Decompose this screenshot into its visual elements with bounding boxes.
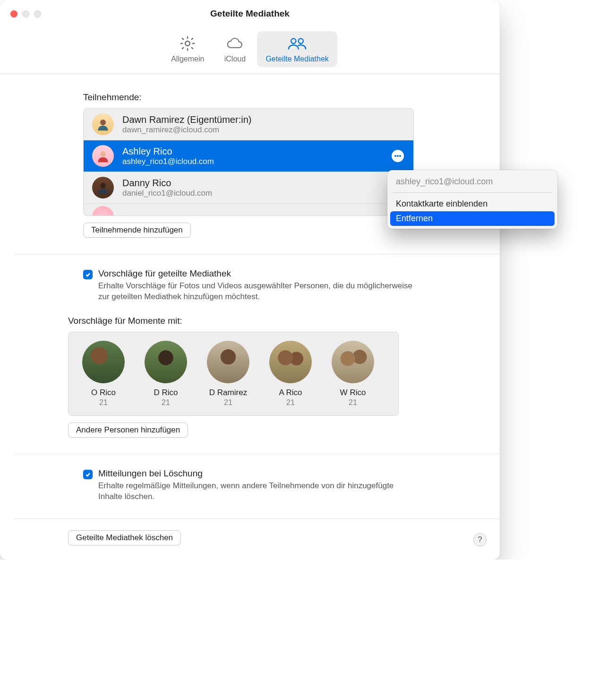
divider: [14, 518, 500, 519]
titlebar: Geteilte Mediathek: [0, 0, 500, 27]
checkmark-icon: [85, 272, 91, 277]
menu-header: ashley_rico1@icloud.com: [387, 174, 557, 190]
participant-row-owner[interactable]: Dawn Ramirez (Eigentümer:in) dawn_ramire…: [84, 109, 413, 140]
deletion-notify-row: Mitteilungen bei Löschung Erhalte regelm…: [83, 468, 486, 502]
tab-label: Geteilte Mediathek: [265, 55, 328, 63]
participants-label: Teilnehmende:: [83, 92, 486, 103]
help-button[interactable]: ?: [473, 533, 487, 546]
moments-person[interactable]: D Rico 21: [140, 341, 191, 407]
participant-row-partial[interactable]: [84, 203, 413, 216]
deletion-title: Mitteilungen bei Löschung: [98, 468, 419, 479]
menu-item-show-contact[interactable]: Kontaktkarte einblenden: [387, 197, 557, 211]
add-participants-button[interactable]: Teilnehmende hinzufügen: [83, 223, 191, 238]
minimize-window-button[interactable]: [22, 10, 29, 17]
avatar: [92, 177, 114, 198]
add-other-people-button[interactable]: Andere Personen hinzufügen: [68, 423, 188, 438]
menu-item-remove[interactable]: Entfernen: [390, 211, 555, 226]
maximize-window-button[interactable]: [34, 10, 41, 17]
avatar: [332, 341, 374, 383]
cloud-icon: [225, 35, 244, 52]
svg-point-1: [291, 39, 296, 43]
gear-icon: [179, 35, 196, 52]
content-area: Teilnehmende: Dawn Ramirez (Eigentümer:i…: [0, 74, 500, 560]
tab-icloud[interactable]: iCloud: [214, 31, 256, 67]
window-controls: [10, 10, 41, 17]
svg-point-3: [100, 120, 106, 125]
person-count: 21: [162, 398, 170, 407]
person-count: 21: [349, 398, 357, 407]
tab-label: iCloud: [224, 55, 246, 63]
delete-shared-library-button[interactable]: Geteilte Mediathek löschen: [68, 530, 181, 545]
divider: [14, 454, 500, 454]
deletion-text: Mitteilungen bei Löschung Erhalte regelm…: [98, 468, 419, 502]
person-count: 21: [99, 398, 108, 407]
avatar: [92, 206, 114, 216]
window-title: Geteilte Mediathek: [0, 0, 500, 19]
avatar: [82, 341, 125, 383]
person-count: 21: [286, 398, 295, 407]
moments-person[interactable]: W Rico 21: [327, 341, 378, 407]
avatar: [145, 341, 187, 383]
moments-person[interactable]: A Rico 21: [265, 341, 316, 407]
divider: [14, 254, 500, 254]
svg-point-5: [394, 155, 396, 157]
deletion-description: Erhalte regelmäßige Mitteilungen, wenn a…: [98, 481, 419, 502]
svg-point-7: [399, 155, 401, 157]
person-name: A Rico: [279, 388, 302, 397]
close-window-button[interactable]: [10, 10, 17, 17]
person-name: O Rico: [91, 388, 116, 397]
more-options-button[interactable]: [392, 150, 404, 162]
tab-shared-library[interactable]: Geteilte Mediathek: [257, 31, 337, 67]
participant-email: daniel_rico1@icloud.com: [122, 189, 212, 198]
participant-row[interactable]: Danny Rico daniel_rico1@icloud.com: [84, 172, 413, 203]
person-count: 21: [224, 398, 232, 407]
moments-person[interactable]: D Ramirez 21: [203, 341, 254, 407]
suggestions-description: Erhalte Vorschläge für Fotos und Videos …: [98, 281, 419, 302]
participant-email: dawn_ramirez@icloud.com: [122, 125, 251, 135]
svg-point-8: [100, 183, 106, 189]
participant-row-selected[interactable]: Ashley Rico ashley_rico1@icloud.com: [84, 140, 413, 172]
settings-window: Geteilte Mediathek Allgemein iCloud Gete…: [0, 0, 500, 560]
tab-label: Allgemein: [171, 55, 204, 63]
svg-point-6: [397, 155, 399, 157]
suggestions-checkbox[interactable]: [83, 270, 93, 279]
tab-toolbar: Allgemein iCloud Geteilte Mediathek: [0, 27, 500, 74]
person-name: W Rico: [340, 388, 366, 397]
svg-point-0: [185, 41, 190, 46]
participant-name: Danny Rico: [122, 178, 212, 189]
participant-name: Ashley Rico: [122, 146, 214, 157]
suggestions-text: Vorschläge für geteilte Mediathek Erhalt…: [98, 268, 419, 302]
checkmark-icon: [85, 472, 91, 477]
participant-text: Dawn Ramirez (Eigentümer:in) dawn_ramire…: [122, 114, 251, 135]
menu-separator: [393, 192, 552, 193]
participant-text: Danny Rico daniel_rico1@icloud.com: [122, 178, 212, 198]
avatar: [207, 341, 249, 383]
tab-general[interactable]: Allgemein: [163, 31, 213, 67]
avatar: [92, 113, 114, 135]
moments-label: Vorschläge für Momente mit:: [68, 316, 486, 326]
avatar: [269, 341, 312, 383]
participant-context-menu: ashley_rico1@icloud.com Kontaktkarte ein…: [387, 170, 557, 229]
avatar: [92, 145, 114, 167]
ellipsis-icon: [394, 155, 402, 157]
participants-list: Dawn Ramirez (Eigentümer:in) dawn_ramire…: [83, 108, 414, 216]
suggestions-row: Vorschläge für geteilte Mediathek Erhalt…: [83, 268, 486, 302]
participant-text: Ashley Rico ashley_rico1@icloud.com: [122, 146, 214, 166]
person-name: D Rico: [154, 388, 178, 397]
participant-email: ashley_rico1@icloud.com: [122, 157, 214, 166]
svg-point-4: [100, 151, 106, 157]
participant-name: Dawn Ramirez (Eigentümer:in): [122, 114, 251, 125]
person-name: D Ramirez: [209, 388, 247, 397]
moments-box: O Rico 21 D Rico 21 D Ramirez 21 A Rico …: [68, 332, 399, 416]
suggestions-title: Vorschläge für geteilte Mediathek: [98, 268, 419, 279]
people-icon: [287, 35, 308, 52]
svg-point-2: [299, 39, 303, 43]
moments-person[interactable]: O Rico 21: [78, 341, 129, 407]
deletion-notify-checkbox[interactable]: [83, 470, 93, 479]
